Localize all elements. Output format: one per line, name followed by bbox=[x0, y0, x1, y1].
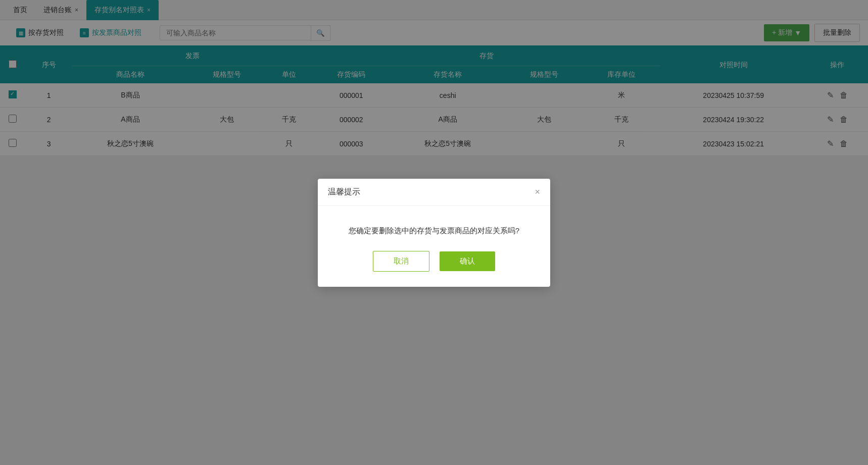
dialog-message: 您确定要删除选中的存货与发票商品的对应关系吗? bbox=[349, 226, 519, 235]
dialog-header: 温馨提示 × bbox=[318, 179, 550, 206]
confirm-label: 确认 bbox=[460, 256, 475, 265]
dialog: 温馨提示 × 您确定要删除选中的存货与发票商品的对应关系吗? 取消 确认 bbox=[318, 179, 550, 287]
dialog-close-button[interactable]: × bbox=[535, 187, 540, 196]
dialog-title: 温馨提示 bbox=[328, 187, 360, 197]
confirm-button[interactable]: 确认 bbox=[440, 251, 495, 271]
cancel-button[interactable]: 取消 bbox=[373, 251, 429, 272]
cancel-label: 取消 bbox=[394, 256, 409, 265]
dialog-body: 您确定要删除选中的存货与发票商品的对应关系吗? bbox=[318, 206, 550, 251]
dialog-footer: 取消 确认 bbox=[318, 251, 550, 287]
dialog-overlay: 温馨提示 × 您确定要删除选中的存货与发票商品的对应关系吗? 取消 确认 bbox=[0, 0, 868, 465]
